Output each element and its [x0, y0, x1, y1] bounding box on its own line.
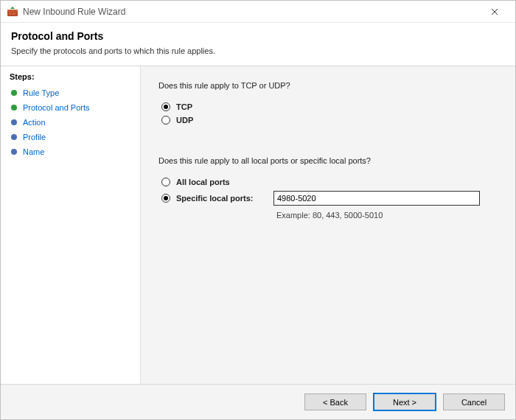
radio-all-ports[interactable]: All local ports — [161, 175, 498, 189]
radio-icon — [161, 102, 170, 111]
radio-udp-label: UDP — [176, 116, 193, 125]
back-button[interactable]: < Back — [304, 393, 366, 410]
radio-specific-ports-label: Specific local ports: — [176, 194, 265, 203]
radio-icon — [161, 178, 170, 186]
page-header: Protocol and Ports Specify the protocols… — [1, 23, 515, 66]
wizard-footer: < Back Next > Cancel — [1, 384, 515, 419]
svg-rect-1 — [7, 10, 10, 12]
svg-rect-5 — [13, 13, 15, 15]
radio-icon — [161, 194, 170, 203]
step-label: Protocol and Ports — [23, 103, 90, 112]
step-protocol-ports[interactable]: Protocol and Ports — [10, 100, 131, 115]
window-title: New Inbound Rule Wizard — [23, 7, 480, 17]
step-action[interactable]: Action — [10, 115, 131, 130]
step-profile[interactable]: Profile — [10, 130, 131, 144]
step-label: Name — [23, 147, 44, 156]
cancel-button[interactable]: Cancel — [443, 393, 505, 410]
main-panel: Does this rule apply to TCP or UDP? TCP … — [141, 66, 515, 384]
question-protocol: Does this rule apply to TCP or UDP? — [158, 81, 498, 90]
ports-example-text: Example: 80, 443, 5000-5010 — [276, 211, 498, 220]
firewall-wizard-icon — [7, 6, 18, 18]
steps-heading: Steps: — [10, 72, 131, 81]
close-button[interactable] — [480, 1, 509, 22]
next-button[interactable]: Next > — [374, 393, 436, 410]
radio-udp[interactable]: UDP — [161, 113, 498, 127]
radio-tcp[interactable]: TCP — [161, 100, 498, 113]
svg-rect-4 — [9, 13, 12, 15]
svg-rect-2 — [11, 10, 14, 12]
content-area: Steps: Rule Type Protocol and Ports Acti… — [1, 66, 515, 384]
step-label: Action — [23, 118, 46, 127]
page-title: Protocol and Ports — [11, 30, 505, 42]
step-rule-type[interactable]: Rule Type — [10, 85, 131, 100]
step-bullet-icon — [11, 134, 17, 140]
step-label: Profile — [23, 133, 46, 141]
close-icon — [491, 6, 498, 18]
question-ports: Does this rule apply to all local ports … — [158, 156, 498, 165]
titlebar: New Inbound Rule Wizard — [1, 1, 515, 23]
step-bullet-icon — [11, 149, 17, 155]
step-bullet-icon — [11, 105, 17, 111]
radio-all-ports-label: All local ports — [176, 178, 230, 186]
specific-ports-input[interactable] — [273, 191, 480, 206]
svg-rect-3 — [15, 10, 18, 12]
step-bullet-icon — [11, 90, 17, 96]
step-name[interactable]: Name — [10, 144, 131, 159]
radio-icon — [161, 116, 170, 125]
steps-sidebar: Steps: Rule Type Protocol and Ports Acti… — [1, 66, 141, 384]
radio-tcp-label: TCP — [176, 102, 192, 111]
step-label: Rule Type — [23, 88, 59, 97]
radio-specific-ports[interactable]: Specific local ports: — [161, 194, 265, 203]
page-subtitle: Specify the protocols and ports to which… — [11, 46, 505, 55]
step-bullet-icon — [11, 119, 17, 125]
